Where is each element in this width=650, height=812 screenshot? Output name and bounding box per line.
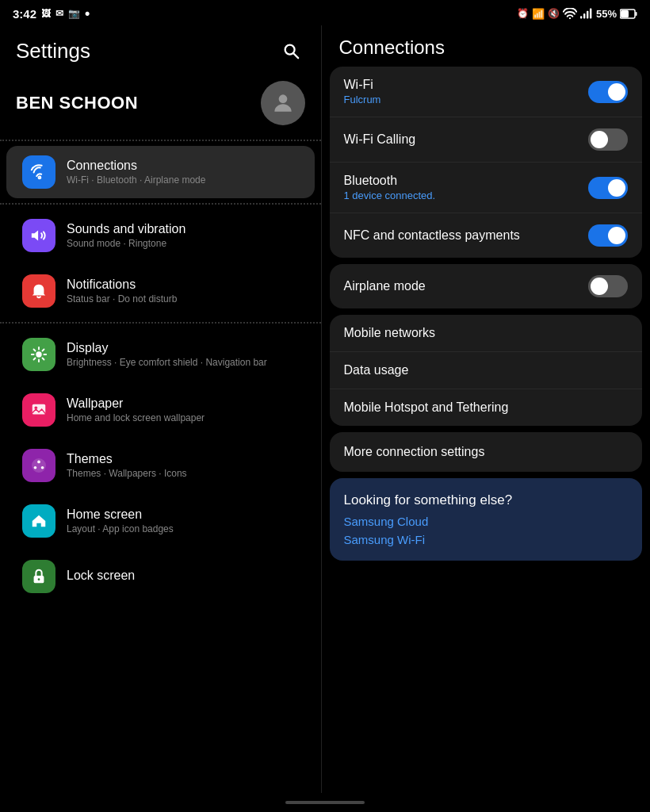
signal-bars-icon [580, 8, 593, 19]
sidebar-item-homescreen[interactable]: Home screen Layout · App icon badges [6, 495, 315, 547]
wifi-item-text: Wi-Fi Fulcrum [344, 78, 381, 105]
more-connection-settings-title: More connection settings [344, 445, 485, 459]
connections-icon [22, 155, 55, 189]
lockscreen-title: Lock screen [67, 569, 135, 583]
instagram-icon: 📷 [68, 8, 80, 19]
avatar[interactable] [261, 81, 305, 125]
data-usage-title: Data usage [344, 363, 409, 377]
status-time: 3:42 [13, 7, 36, 21]
mobile-hotspot-item[interactable]: Mobile Hotspot and Tethering [330, 389, 643, 426]
wifi-calling-title: Wi-Fi Calling [344, 132, 416, 147]
homescreen-subtitle: Layout · App icon badges [67, 523, 174, 534]
user-name: BEN SCHOON [16, 93, 138, 113]
svg-rect-4 [590, 9, 591, 19]
network-items-card: Mobile networks Data usage Mobile Hotspo… [330, 315, 643, 426]
wifi-signal-icon [563, 8, 577, 19]
sidebar-item-lockscreen[interactable]: Lock screen [6, 550, 315, 603]
sidebar-item-display[interactable]: Display Brightness · Eye comfort shield … [6, 328, 315, 381]
bluetooth-toggle-knob [608, 179, 625, 197]
connections-text: Connections Wi-Fi · Bluetooth · Airplane… [67, 159, 205, 186]
svg-line-19 [33, 358, 35, 359]
nav-handle [285, 801, 365, 804]
bluetooth-toggle[interactable] [588, 177, 628, 199]
connections-subtitle: Wi-Fi · Bluetooth · Airplane mode [67, 174, 205, 186]
mute-icon: 🔇 [548, 8, 560, 19]
right-panel: Connections Wi-Fi Fulcrum Wi-Fi Calling [322, 25, 651, 793]
settings-title: Settings [16, 39, 90, 63]
sidebar-item-connections[interactable]: Connections Wi-Fi · Bluetooth · Airplane… [6, 146, 315, 198]
email-icon: ✉ [55, 8, 63, 19]
themes-icon [22, 449, 55, 482]
svg-point-0 [569, 17, 571, 19]
airplane-mode-toggle[interactable] [588, 275, 628, 297]
nav-bar [0, 793, 650, 812]
toggle-items-card: Wi-Fi Fulcrum Wi-Fi Calling Bluetooth [330, 67, 643, 258]
notifications-subtitle: Status bar · Do not disturb [67, 293, 177, 304]
looking-title: Looking for something else? [344, 492, 629, 508]
sidebar-item-sounds[interactable]: Sounds and vibration Sound mode · Ringto… [6, 209, 315, 262]
airplane-mode-item[interactable]: Airplane mode [330, 264, 643, 308]
sidebar-item-themes[interactable]: Themes Themes · Wallpapers · Icons [6, 439, 315, 492]
airplane-mode-title: Airplane mode [344, 279, 426, 293]
settings-header: Settings [0, 25, 321, 73]
left-panel: Settings BEN SCHOON [0, 25, 321, 793]
more-connection-settings-item[interactable]: More connection settings [330, 432, 643, 472]
nfc-text: NFC and contactless payments [344, 228, 520, 243]
wifi-item[interactable]: Wi-Fi Fulcrum [330, 67, 643, 117]
airplane-toggle-knob [591, 278, 608, 295]
wifi-title: Wi-Fi [344, 78, 381, 92]
samsung-cloud-link[interactable]: Samsung Cloud [344, 515, 629, 528]
svg-rect-3 [587, 11, 588, 19]
nfc-item[interactable]: NFC and contactless payments [330, 213, 643, 258]
homescreen-text: Home screen Layout · App icon badges [67, 508, 174, 534]
wallpaper-icon [22, 393, 55, 427]
notifications-text: Notifications Status bar · Do not distur… [67, 278, 177, 304]
sidebar-item-notifications[interactable]: Notifications Status bar · Do not distur… [6, 265, 315, 317]
airplane-mode-card: Airplane mode [330, 264, 643, 308]
wifi-calling-toggle[interactable] [588, 128, 628, 151]
mobile-networks-item[interactable]: Mobile networks [330, 315, 643, 352]
bluetooth-item[interactable]: Bluetooth 1 device connected. [330, 163, 643, 213]
wifi-calling-toggle-knob [591, 131, 608, 148]
status-left: 3:42 🖼 ✉ 📷 • [13, 6, 90, 21]
svg-point-12 [36, 351, 41, 357]
sounds-text: Sounds and vibration Sound mode · Ringto… [67, 222, 185, 249]
airplane-mode-text: Airplane mode [344, 279, 426, 293]
wallpaper-subtitle: Home and lock screen wallpaper [67, 412, 205, 423]
alarm-icon: ⏰ [517, 8, 529, 19]
battery-percent: 55% [596, 8, 617, 20]
notifications-title: Notifications [67, 278, 177, 292]
wifi-toggle[interactable] [588, 81, 628, 103]
lockscreen-icon [22, 560, 55, 593]
lockscreen-text: Lock screen [67, 569, 135, 584]
bluetooth-text: Bluetooth 1 device connected. [344, 174, 436, 201]
sidebar-item-wallpaper[interactable]: Wallpaper Home and lock screen wallpaper [6, 384, 315, 436]
nfc-title: NFC and contactless payments [344, 228, 520, 243]
search-button[interactable] [277, 36, 305, 65]
data-usage-item[interactable]: Data usage [330, 352, 643, 389]
svg-line-9 [293, 53, 298, 58]
wifi-calling-text: Wi-Fi Calling [344, 132, 416, 147]
display-title: Display [67, 341, 267, 355]
themes-subtitle: Themes · Wallpapers · Icons [67, 468, 187, 479]
svg-point-10 [278, 94, 287, 103]
status-right: ⏰ 📶 🔇 55% [517, 8, 637, 20]
divider-top [0, 140, 321, 141]
wifi-calling-item[interactable]: Wi-Fi Calling [330, 117, 643, 163]
svg-rect-1 [580, 16, 582, 18]
nfc-toggle[interactable] [588, 224, 628, 247]
svg-line-20 [42, 349, 44, 350]
avatar-icon [270, 90, 296, 116]
themes-text: Themes Themes · Wallpapers · Icons [67, 452, 187, 479]
divider-1 [0, 203, 321, 205]
wifi-subtitle: Fulcrum [344, 94, 381, 105]
bluetooth-title: Bluetooth [344, 174, 436, 188]
mobile-networks-title: Mobile networks [344, 326, 436, 340]
status-bar: 3:42 🖼 ✉ 📷 • ⏰ 📶 🔇 55% [0, 0, 650, 25]
sounds-icon [22, 219, 55, 252]
samsung-wifi-link[interactable]: Samsung Wi-Fi [344, 533, 629, 546]
display-icon [22, 338, 55, 371]
svg-marker-11 [32, 231, 38, 241]
connections-panel-title: Connections [330, 25, 643, 67]
svg-rect-7 [636, 12, 637, 16]
